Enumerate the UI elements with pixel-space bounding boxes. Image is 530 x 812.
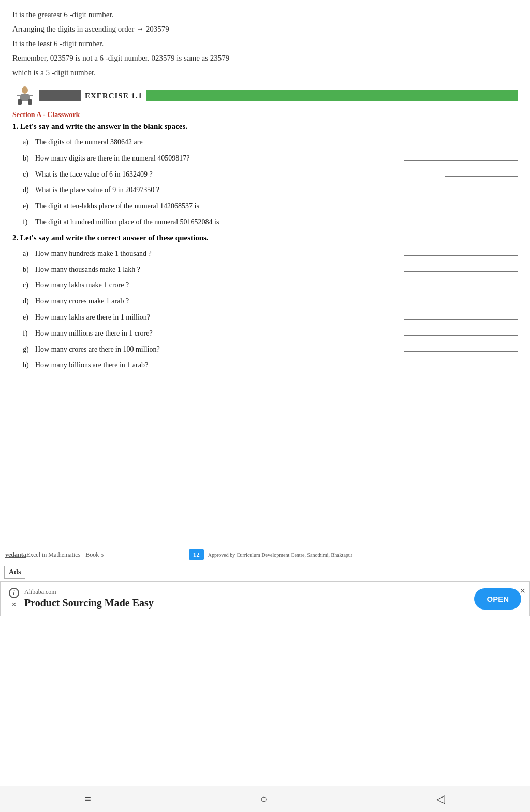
q1d-letter: d) (23, 184, 35, 196)
intro-line4: Remember, 023579 is not a 6 -digit numbe… (12, 52, 518, 64)
ad-open-button[interactable]: OPEN (474, 588, 521, 610)
q1c-letter: c) (23, 168, 35, 181)
exercise-figure (12, 86, 37, 106)
footer-approval: Approved by Curriculum Development Centr… (208, 552, 525, 558)
q1c-answer-line (445, 167, 518, 177)
footer-bar: vedanta Excel in Mathematics - Book 5 12… (0, 546, 530, 563)
q2h: h) How many billions are there in 1 arab… (23, 358, 518, 371)
q2g-answer-line (404, 342, 518, 352)
q1b-letter: b) (23, 152, 35, 165)
exercise-bar: EXERCISE 1.1 (12, 86, 518, 106)
q2c-letter: c) (23, 279, 35, 292)
q2f-text: How many millions are there in 1 crore? (35, 327, 401, 340)
svg-rect-4 (17, 95, 20, 96)
q2f: f) How many millions are there in 1 cror… (23, 326, 518, 340)
q2c-answer-line (404, 278, 518, 287)
q1c-text: What is the face value of 6 in 1632409 ? (35, 168, 442, 181)
q1-sub-questions: a) The digits of the numeral 380642 are … (23, 135, 518, 228)
q2h-text: How many billions are there in 1 arab? (35, 359, 401, 371)
q1d-text: What is the place value of 9 in 20497350… (35, 184, 442, 196)
q2h-letter: h) (23, 359, 35, 371)
q1a-letter: a) (23, 136, 35, 149)
q2g-letter: g) (23, 343, 35, 356)
q1c: c) What is the face value of 6 in 163240… (23, 167, 518, 181)
ad-info-col: Alibaba.com Product Sourcing Made Easy (24, 588, 474, 609)
exercise-title: EXERCISE 1.1 (81, 92, 146, 100)
q1f-letter: f) (23, 216, 35, 228)
q1d: d) What is the place value of 9 in 20497… (23, 183, 518, 196)
q2d-text: How many crores make 1 arab ? (35, 295, 401, 308)
ads-header: Ads (0, 563, 530, 581)
q1e: e) The digit at ten-lakhs place of the n… (23, 199, 518, 212)
svg-rect-3 (28, 99, 32, 105)
exercise-right-bar (146, 90, 518, 102)
q2b: b) How many thousands make 1 lakh ? (23, 263, 518, 276)
q1e-answer-line (445, 199, 518, 208)
intro-line5: which is a 5 -digit number. (12, 66, 518, 79)
q2g-text: How many crores are there in 100 million… (35, 343, 401, 356)
q1f-answer-line (445, 215, 518, 224)
svg-point-0 (22, 86, 28, 94)
intro-line1: It is the greatest 6 -digit number. (12, 8, 518, 21)
q1f: f) The digit at hundred million place of… (23, 215, 518, 228)
nav-home-icon[interactable]: ○ (260, 792, 267, 806)
q1b-text: How many digits are there in the numeral… (35, 152, 401, 165)
q2d-answer-line (404, 294, 518, 303)
ad-domain: Alibaba.com (24, 588, 474, 596)
q2e-text: How many lakhs are there in 1 million? (35, 311, 401, 324)
question1-header: 1. Let's say and write the answer in the… (12, 122, 518, 131)
q2d-letter: d) (23, 295, 35, 308)
q2b-letter: b) (23, 264, 35, 276)
footer-vedanta: vedanta (5, 551, 26, 559)
q2c: c) How many lakhs make 1 crore ? (23, 278, 518, 292)
svg-rect-5 (30, 95, 33, 96)
intro-line3: It is the least 6 -digit number. (12, 37, 518, 50)
q2a-text: How many hundreds make 1 thousand ? (35, 248, 401, 260)
question2-header: 2. Let's say and write the correct answe… (12, 234, 518, 242)
q2f-letter: f) (23, 327, 35, 340)
ad-icons-col: i × (9, 588, 19, 610)
ad-close-button[interactable]: × (520, 586, 525, 597)
q2f-answer-line (404, 326, 518, 336)
q1d-answer-line (445, 183, 518, 192)
q2e-answer-line (404, 310, 518, 320)
q1a-text: The digits of the numeral 380642 are (35, 136, 349, 149)
q2c-text: How many lakhs make 1 crore ? (35, 279, 401, 292)
footer-page: 12 (189, 549, 204, 560)
q1b: b) How many digits are there in the nume… (23, 151, 518, 165)
intro-line2: Arranging the digits in ascending order … (12, 23, 518, 35)
q2g: g) How many crores are there in 100 mill… (23, 342, 518, 356)
svg-rect-2 (18, 99, 22, 105)
nav-bar: ≡ ○ ◁ (0, 786, 530, 812)
section-label: Section A - Classwork (12, 111, 518, 119)
nav-menu-icon[interactable]: ≡ (85, 792, 91, 806)
q2e-letter: e) (23, 311, 35, 324)
info-icon: i (9, 588, 19, 598)
q2h-answer-line (404, 358, 518, 367)
q1a-answer-line (352, 135, 518, 144)
q2a: a) How many hundreds make 1 thousand ? (23, 247, 518, 260)
q2e: e) How many lakhs are there in 1 million… (23, 310, 518, 324)
q1e-text: The digit at ten-lakhs place of the nume… (35, 200, 442, 212)
q2-sub-questions: a) How many hundreds make 1 thousand ? b… (23, 247, 518, 371)
q2b-text: How many thousands make 1 lakh ? (35, 264, 401, 276)
ads-label: Ads (4, 566, 25, 579)
q2b-answer-line (404, 263, 518, 272)
q1e-letter: e) (23, 200, 35, 212)
q1b-answer-line (404, 151, 518, 161)
q2a-letter: a) (23, 248, 35, 260)
q2a-answer-line (404, 247, 518, 256)
q1f-text: The digit at hundred million place of th… (35, 216, 442, 228)
ad-banner[interactable]: i × Alibaba.com Product Sourcing Made Ea… (0, 581, 530, 616)
footer-book: Excel in Mathematics - Book 5 (26, 551, 185, 559)
exercise-left-bar (39, 90, 81, 102)
ad-title: Product Sourcing Made Easy (24, 597, 474, 609)
nav-back-icon[interactable]: ◁ (436, 792, 445, 806)
q1a: a) The digits of the numeral 380642 are (23, 135, 518, 149)
q2d: d) How many crores make 1 arab ? (23, 294, 518, 308)
ad-x-icon[interactable]: × (11, 600, 16, 610)
